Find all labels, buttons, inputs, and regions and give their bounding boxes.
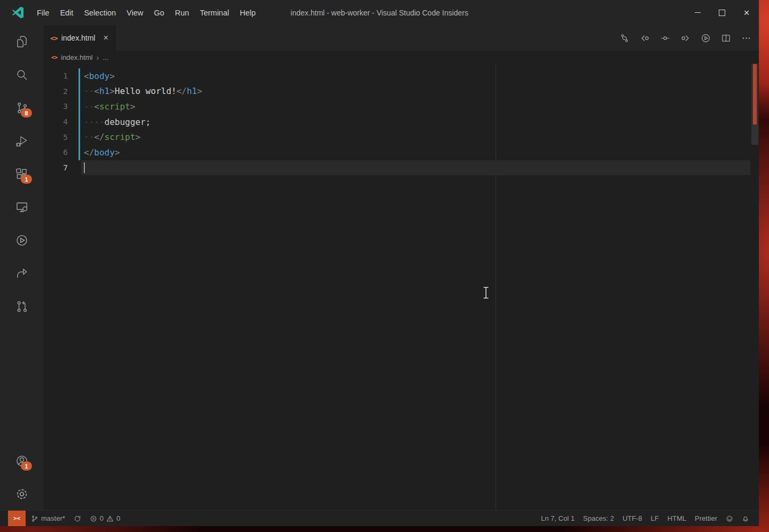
activity-run-debug[interactable]	[0, 124, 44, 158]
breadcrumb-file[interactable]: index.html	[61, 53, 92, 61]
code-line-1[interactable]: 1<body>	[44, 68, 759, 84]
errors-count: 0	[100, 514, 104, 522]
menu-terminal[interactable]: Terminal	[194, 0, 234, 25]
change-button[interactable]	[660, 33, 670, 43]
code-text: </body>	[44, 147, 120, 158]
code-text: <body>	[44, 71, 115, 81]
chevron-right-icon: ›	[97, 53, 99, 62]
status-indentation[interactable]: Spaces: 2	[579, 511, 618, 526]
activity-explorer[interactable]	[0, 25, 44, 58]
window-title: index.html - web-worker - Visual Studio …	[291, 9, 468, 17]
code-line-7[interactable]: 7	[44, 160, 759, 176]
menu-run[interactable]: Run	[170, 0, 195, 25]
window-controls: ×	[685, 0, 759, 25]
menu-view[interactable]: View	[121, 0, 148, 25]
live-share-icon	[15, 267, 29, 280]
code-line-5[interactable]: 5··</script>	[44, 129, 759, 145]
activity-source-control[interactable]: 8	[0, 91, 44, 124]
activity-extensions[interactable]: 1	[0, 158, 44, 191]
maximize-button[interactable]	[710, 0, 734, 25]
close-button[interactable]: ×	[734, 0, 759, 25]
close-icon: ×	[743, 7, 749, 18]
breadcrumb: <> index.html › ...	[44, 51, 759, 64]
text-cursor	[84, 162, 85, 174]
status-cursor-position[interactable]: Ln 7, Col 1	[537, 511, 579, 526]
previous-change-icon	[640, 33, 650, 43]
code-text: ··<h1>Hello world!</h1>	[44, 86, 202, 96]
html-file-icon: <>	[50, 34, 58, 42]
remote-indicator[interactable]: ><	[8, 511, 26, 526]
git-branch-icon	[31, 515, 38, 522]
code-editor[interactable]: 1<body>2··<h1>Hello world!</h1>3··<scrip…	[44, 64, 759, 511]
change-icon	[660, 33, 670, 43]
run-preview-icon	[15, 233, 29, 247]
status-encoding[interactable]: UTF-8	[618, 511, 647, 526]
run-icon	[701, 33, 711, 43]
code-line-6[interactable]: 6</body>	[44, 145, 759, 160]
warnings-icon	[106, 515, 114, 522]
activity-remote-explorer[interactable]	[0, 191, 44, 224]
activity-search[interactable]	[0, 58, 44, 91]
activity-settings[interactable]	[0, 478, 44, 511]
run-debug-icon	[15, 134, 29, 148]
status-formatter[interactable]: Prettier	[690, 511, 721, 526]
code-line-4[interactable]: 4····debugger;	[44, 114, 759, 130]
maximize-icon	[719, 10, 725, 16]
tab-index-html[interactable]: <> index.html ×	[44, 25, 115, 51]
menu-edit[interactable]: Edit	[54, 0, 79, 25]
status-feedback[interactable]	[721, 511, 737, 526]
split-editor-button[interactable]	[720, 33, 731, 43]
code-line-3[interactable]: 3··<script>	[44, 99, 759, 114]
sync-icon	[74, 515, 81, 522]
breadcrumb-symbol[interactable]: ...	[103, 53, 109, 61]
minimize-button[interactable]	[685, 0, 710, 25]
editor-actions	[619, 25, 759, 51]
activity-run-preview[interactable]	[0, 224, 44, 257]
extensions-badge: 1	[21, 175, 32, 184]
settings-icon	[15, 487, 29, 501]
explorer-icon	[15, 35, 29, 49]
editor-group: <> index.html × <> index.html › ... 1<bo…	[44, 25, 759, 511]
more-actions-icon	[741, 33, 751, 43]
more-actions-button[interactable]	[741, 33, 751, 43]
activity-bar: 81 1	[0, 25, 44, 511]
menu-file[interactable]: File	[32, 0, 54, 25]
menu-help[interactable]: Help	[234, 0, 261, 25]
status-language-mode[interactable]: HTML	[663, 511, 690, 526]
code-line-2[interactable]: 2··<h1>Hello world!</h1>	[44, 84, 759, 99]
status-eol[interactable]: LF	[647, 511, 663, 526]
tab-label: index.html	[61, 34, 96, 42]
run-button[interactable]	[700, 33, 711, 43]
status-notifications[interactable]	[737, 511, 754, 526]
previous-change-button[interactable]	[639, 33, 650, 43]
minimize-icon	[695, 12, 701, 13]
next-change-button[interactable]	[680, 33, 690, 43]
line-number: 7	[44, 163, 68, 172]
open-changes-button[interactable]	[619, 33, 630, 43]
code-text: ··<script>	[44, 101, 135, 112]
vscode-window: FileEditSelectionViewGoRunTerminalHelp i…	[0, 0, 759, 526]
warnings-count: 0	[116, 514, 120, 522]
status-bar-right: Ln 7, Col 1Spaces: 2UTF-8LFHTMLPrettier	[537, 511, 759, 526]
bell-icon	[742, 515, 749, 522]
accounts-badge: 1	[21, 461, 32, 471]
activity-accounts[interactable]: 1	[0, 444, 44, 478]
activity-bar-spacer	[0, 323, 44, 444]
status-sync[interactable]	[69, 511, 86, 526]
open-changes-icon	[619, 33, 630, 43]
activity-pull-requests[interactable]	[0, 290, 44, 323]
close-tab-icon[interactable]: ×	[103, 34, 108, 42]
menu-go[interactable]: Go	[148, 0, 169, 25]
menu-selection[interactable]: Selection	[79, 0, 121, 25]
search-icon	[15, 68, 29, 82]
pull-requests-icon	[15, 300, 29, 314]
branch-label: master*	[41, 514, 65, 522]
title-bar: FileEditSelectionViewGoRunTerminalHelp i…	[0, 0, 759, 25]
split-editor-icon	[721, 33, 731, 43]
vscode-insiders-logo	[12, 6, 24, 19]
status-bar: >< master* 0 0 Ln 7, Col 1Spaces: 2UTF-8…	[0, 510, 759, 526]
activity-live-share[interactable]	[0, 257, 44, 290]
status-branch[interactable]: master*	[26, 511, 69, 526]
breadcrumb-file-icon: <>	[51, 54, 57, 61]
status-problems[interactable]: 0 0	[86, 511, 124, 526]
